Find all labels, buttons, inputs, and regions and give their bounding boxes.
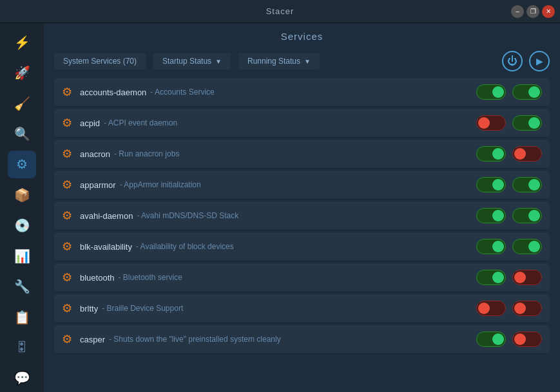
sidebar-item-services[interactable]: ⚙ xyxy=(8,151,36,178)
startup-toggle[interactable] xyxy=(476,239,506,254)
chevron-down-icon: ▼ xyxy=(304,58,311,65)
app-body: ⚡ 🚀 🧹 🔍 ⚙ 📦 💿 📊 🔧 📋 🎛 💬 Services System … xyxy=(0,23,560,392)
startup-toggle[interactable] xyxy=(476,177,506,192)
startup-toggle[interactable] xyxy=(476,270,506,285)
close-button[interactable]: ✕ xyxy=(542,5,555,18)
service-description: - Availability of block devices xyxy=(136,242,234,251)
startup-status-button[interactable]: Startup Status ▼ xyxy=(153,53,231,70)
running-toggle[interactable] xyxy=(512,177,542,192)
power-icon[interactable]: ⏻ xyxy=(502,51,523,71)
window-controls: – ❐ ✕ xyxy=(511,5,555,18)
service-row: ⚙ blk-availability - Availability of blo… xyxy=(54,232,550,261)
service-gear-icon: ⚙ xyxy=(62,147,72,161)
running-toggle[interactable] xyxy=(512,208,542,223)
service-description: - Bluetooth service xyxy=(119,273,182,282)
service-description: - Avahi mDNS/DNS-SD Stack xyxy=(137,211,238,220)
running-status-button[interactable]: Running Status ▼ xyxy=(238,53,320,70)
running-toggle[interactable] xyxy=(512,84,542,100)
service-description: - Accounts Service xyxy=(150,88,214,97)
service-name: accounts-daemon xyxy=(80,88,146,97)
service-row: ⚙ accounts-daemon - Accounts Service xyxy=(54,78,550,107)
service-gear-icon: ⚙ xyxy=(62,332,72,346)
service-description: - Shuts down the "live" preinstalled sys… xyxy=(109,335,281,344)
service-name: casper xyxy=(80,335,105,344)
play-icon[interactable]: ▶ xyxy=(529,51,550,71)
service-name: brltty xyxy=(80,304,98,313)
sidebar-item-mixer[interactable]: 🎛 xyxy=(8,333,36,361)
service-toggles xyxy=(476,177,542,192)
service-row: ⚙ casper - Shuts down the "live" preinst… xyxy=(54,325,550,354)
startup-toggle[interactable] xyxy=(476,84,506,100)
service-gear-icon: ⚙ xyxy=(62,85,72,99)
startup-toggle[interactable] xyxy=(476,146,506,162)
service-row: ⚙ bluetooth - Bluetooth service xyxy=(54,263,550,292)
service-name: anacron xyxy=(80,149,110,159)
service-toggles xyxy=(476,115,542,131)
startup-status-label: Startup Status xyxy=(162,57,211,66)
service-name: bluetooth xyxy=(80,273,115,283)
startup-toggle[interactable] xyxy=(476,208,506,223)
service-description: - Run anacron jobs xyxy=(114,149,179,158)
sidebar-item-resources[interactable]: 💿 xyxy=(8,212,36,239)
service-toggles xyxy=(476,270,542,285)
sidebar-item-tools[interactable]: 🔧 xyxy=(8,272,36,300)
service-row: ⚙ brltty - Braille Device Support xyxy=(54,294,550,323)
sidebar-item-cleaner[interactable]: 🧹 xyxy=(8,89,36,117)
service-toggles xyxy=(476,84,542,100)
service-gear-icon: ⚙ xyxy=(62,270,72,285)
toolbar: System Services (70) Startup Status ▼ Ru… xyxy=(44,47,560,78)
service-gear-icon: ⚙ xyxy=(62,239,72,254)
service-toggles xyxy=(476,146,542,162)
running-toggle[interactable] xyxy=(512,270,542,285)
service-name: avahi-daemon xyxy=(80,211,133,221)
service-name: blk-availability xyxy=(80,242,132,252)
main-content: Services System Services (70) Startup St… xyxy=(44,23,560,392)
startup-toggle[interactable] xyxy=(476,301,506,316)
service-name: acpid xyxy=(80,118,100,128)
service-row: ⚙ acpid - ACPI event daemon xyxy=(54,109,550,138)
service-gear-icon: ⚙ xyxy=(62,209,72,223)
sidebar: ⚡ 🚀 🧹 🔍 ⚙ 📦 💿 📊 🔧 📋 🎛 💬 xyxy=(0,23,44,392)
service-toggles xyxy=(476,301,542,316)
service-gear-icon: ⚙ xyxy=(62,301,72,315)
sidebar-item-packages[interactable]: 📦 xyxy=(8,181,36,209)
system-services-button[interactable]: System Services (70) xyxy=(54,53,146,70)
page-header: Services xyxy=(44,23,560,47)
service-row: ⚙ apparmor - AppArmor initialization xyxy=(54,171,550,200)
sidebar-item-terminal[interactable]: 💬 xyxy=(8,364,36,392)
title-bar: Stacer – ❐ ✕ xyxy=(0,0,560,23)
sidebar-item-startup[interactable]: 🚀 xyxy=(8,59,36,86)
running-toggle[interactable] xyxy=(512,239,542,254)
service-description: - Braille Device Support xyxy=(102,304,183,313)
startup-toggle[interactable] xyxy=(476,115,506,131)
chevron-down-icon: ▼ xyxy=(215,58,222,65)
service-row: ⚙ avahi-daemon - Avahi mDNS/DNS-SD Stack xyxy=(54,201,550,230)
toolbar-icons: ⏻ ▶ xyxy=(502,51,550,71)
service-toggles xyxy=(476,208,542,223)
maximize-button[interactable]: ❐ xyxy=(526,5,539,18)
service-gear-icon: ⚙ xyxy=(62,178,72,192)
minimize-button[interactable]: – xyxy=(511,5,524,18)
service-description: - AppArmor initialization xyxy=(120,180,201,189)
sidebar-item-search[interactable]: 🔍 xyxy=(8,120,36,147)
running-toggle[interactable] xyxy=(512,331,542,347)
system-services-label: System Services (70) xyxy=(63,57,137,66)
running-toggle[interactable] xyxy=(512,301,542,316)
service-description: - ACPI event daemon xyxy=(104,118,177,127)
service-name: apparmor xyxy=(80,180,116,190)
service-toggles xyxy=(476,239,542,254)
sidebar-item-apt[interactable]: 📋 xyxy=(8,303,36,331)
running-status-label: Running Status xyxy=(247,57,300,66)
running-toggle[interactable] xyxy=(512,146,542,162)
service-gear-icon: ⚙ xyxy=(62,116,72,130)
startup-toggle[interactable] xyxy=(476,331,506,347)
service-row: ⚙ anacron - Run anacron jobs xyxy=(54,140,550,169)
services-list: ⚙ accounts-daemon - Accounts Service ⚙ a… xyxy=(44,78,560,392)
app-title: Stacer xyxy=(266,6,294,16)
running-toggle[interactable] xyxy=(512,115,542,131)
service-toggles xyxy=(476,331,542,347)
sidebar-item-charts[interactable]: 📊 xyxy=(8,242,36,270)
sidebar-item-dashboard[interactable]: ⚡ xyxy=(8,28,36,56)
